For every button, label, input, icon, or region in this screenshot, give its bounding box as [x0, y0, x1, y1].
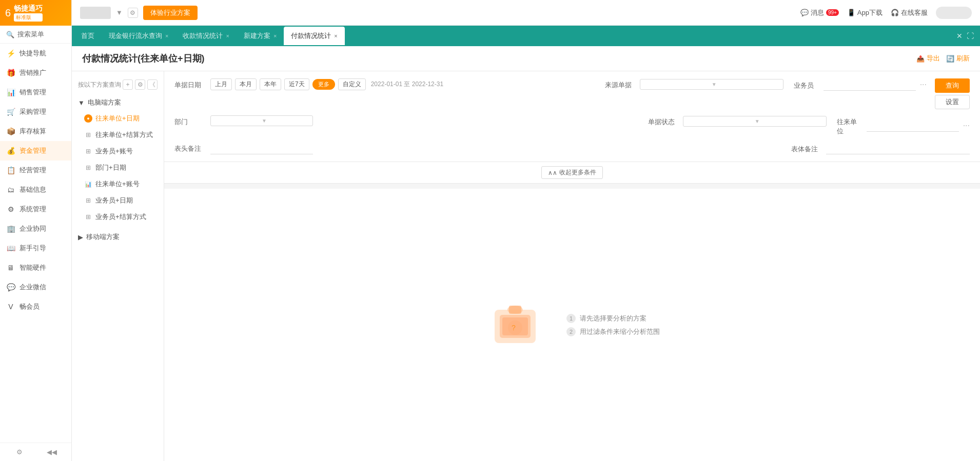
desktop-scheme-label: 电脑端方案	[88, 98, 121, 107]
status-select-arrow: ▼	[755, 118, 822, 124]
sidebar-item-system[interactable]: ⚙ 系统管理	[0, 199, 71, 219]
app-download-action[interactable]: 📱 App下载	[847, 8, 883, 17]
sidebar-item-icon-guide: 📖	[6, 244, 15, 253]
body-note-input[interactable]	[826, 142, 970, 154]
table-scheme-icon-4: ⊞	[84, 196, 92, 205]
page-header: 付款情况统计(往来单位+日期) 📤 导出 🔄 刷新	[72, 46, 980, 71]
scheme-item-dept-date[interactable]: ⊞ 部门+日期	[72, 159, 164, 176]
message-label: 消息	[811, 8, 824, 17]
tab-close-payment-stats[interactable]: ×	[334, 33, 337, 39]
scheme-item-staff-date[interactable]: ⊞ 业务员+日期	[72, 192, 164, 209]
sidebar-item-icon-quick-nav: ⚡	[6, 49, 15, 58]
status-select[interactable]: ▼	[683, 116, 827, 127]
sidebar-item-icon-inventory: 📦	[6, 127, 15, 136]
settings-icon: ⚙	[16, 448, 23, 456]
settings-top-icon[interactable]: ⚙	[128, 8, 138, 18]
scheme-settings-btn[interactable]: ⚙	[135, 79, 145, 90]
sidebar-item-funds[interactable]: 💰 资金管理	[0, 141, 71, 161]
tab-new-scheme[interactable]: 新建方案×	[237, 27, 284, 45]
scheme-item-staff-settle[interactable]: ⊞ 业务员+结算方式	[72, 209, 164, 225]
scheme-item-unit-account[interactable]: 📊 往来单位+账号	[72, 176, 164, 192]
custom-date-btn[interactable]: 自定义	[338, 78, 366, 90]
mobile-scheme-section: ▶ 移动端方案	[72, 227, 164, 247]
tab-payment-stats[interactable]: 付款情况统计×	[284, 27, 344, 45]
dept-select[interactable]: ▼	[210, 115, 313, 126]
sidebar-item-guide[interactable]: 📖 新手引导	[0, 238, 71, 258]
sidebar-item-purchase[interactable]: 🛒 采购管理	[0, 102, 71, 122]
sidebar-item-sales[interactable]: 📊 销售管理	[0, 83, 71, 102]
refresh-btn[interactable]: 🔄 刷新	[946, 54, 970, 63]
export-label: 导出	[927, 54, 940, 63]
scheme-item-unit-settle[interactable]: ⊞ 往来单位+结算方式	[72, 127, 164, 143]
online-service-action[interactable]: 🎧 在线客服	[891, 8, 928, 17]
sidebar-item-basic[interactable]: 🗂 基础信息	[0, 180, 71, 199]
scheme-item-unit-date[interactable]: ● 往来单位+日期	[72, 110, 164, 127]
scheme-label-staff-account: 业务员+账号	[95, 147, 133, 156]
chart-scheme-icon-1: 📊	[84, 180, 92, 188]
query-btn[interactable]: 查询	[935, 78, 970, 93]
settings-footer-btn[interactable]: ⚙	[5, 448, 34, 456]
sidebar-item-icon-purchase: 🛒	[6, 107, 15, 116]
tab-bank-flow[interactable]: 现金银行流水查询×	[102, 27, 175, 45]
message-icon: 💬	[800, 9, 809, 16]
mobile-scheme-toggle[interactable]: ▶ 移动端方案	[72, 229, 164, 245]
tab-close-bank-flow[interactable]: ×	[165, 33, 168, 39]
date-filter-label: 单据日期	[174, 78, 210, 90]
collapse-icon: ◀◀	[47, 448, 57, 456]
sidebar-item-label-system: 系统管理	[19, 205, 46, 214]
empty-tip-2: 2 用过滤条件来缩小分析范围	[566, 327, 660, 336]
staff-filter-dots[interactable]: ···	[920, 80, 927, 89]
last-7days-btn[interactable]: 近7天	[284, 78, 309, 90]
sidebar-search[interactable]: 🔍 搜索菜单	[0, 26, 71, 44]
dept-filter-label: 部门	[174, 115, 210, 127]
staff-filter-input[interactable]	[824, 78, 916, 91]
sidebar-item-enterprise[interactable]: 🏢 企业协同	[0, 219, 71, 238]
sidebar-item-icon-basic: 🗂	[6, 185, 15, 194]
table-scheme-icon-5: ⊞	[84, 213, 92, 221]
sidebar-item-inventory[interactable]: 📦 库存核算	[0, 122, 71, 141]
this-year-btn[interactable]: 本年	[260, 78, 281, 90]
filter-settings-btn[interactable]: 设置	[935, 95, 970, 109]
collapse-footer-btn[interactable]: ◀◀	[38, 448, 67, 456]
more-date-btn[interactable]: 更多	[312, 79, 335, 90]
sidebar-item-member[interactable]: V 畅会员	[0, 297, 71, 316]
tab-receivable[interactable]: 收款情况统计×	[175, 27, 236, 45]
top-bar-right: 💬 消息 99+ 📱 App下载 🎧 在线客服	[800, 7, 972, 19]
message-action[interactable]: 💬 消息 99+	[800, 8, 839, 17]
collapse-panel-btn[interactable]: 《	[147, 79, 158, 90]
sidebar-item-icon-operations: 📋	[6, 166, 15, 175]
this-month-btn[interactable]: 本月	[235, 78, 257, 90]
expand-window-icon[interactable]: ⛶	[967, 32, 974, 40]
sidebar-item-label-enterprise: 企业协同	[19, 224, 46, 233]
scheme-label-dept-date: 部门+日期	[95, 163, 126, 172]
desktop-scheme-section: ▼ 电脑端方案 ● 往来单位+日期 ⊞ 往来单位+结算方式 ⊞ 业务员+账号	[72, 93, 164, 227]
date-filter-content: 上月 本月 本年 近7天 更多 自定义 2022-01-01 至 2022-12…	[210, 78, 605, 90]
tab-close-receivable[interactable]: ×	[226, 33, 229, 39]
try-industry-btn[interactable]: 体验行业方案	[143, 6, 198, 20]
scheme-item-staff-account[interactable]: ⊞ 业务员+账号	[72, 143, 164, 159]
tab-close-new-scheme[interactable]: ×	[273, 33, 277, 39]
user-area[interactable]	[936, 7, 972, 19]
collapse-conditions-btn[interactable]: ∧∧ 收起更多条件	[541, 166, 603, 179]
top-bar-left: ▼ ⚙ 体验行业方案	[80, 6, 198, 20]
sidebar-item-label-member: 畅会员	[19, 302, 40, 311]
header-note-input[interactable]	[210, 142, 313, 154]
sidebar-item-operations[interactable]: 📋 经营管理	[0, 161, 71, 180]
sidebar-item-quick-nav[interactable]: ⚡ 快捷导航	[0, 44, 71, 63]
sidebar-item-wechat[interactable]: 💬 企业微信	[0, 277, 71, 297]
last-month-btn[interactable]: 上月	[210, 78, 232, 90]
tab-bar: 首页现金银行流水查询×收款情况统计×新建方案×付款情况统计× ✕ ⛶	[72, 26, 980, 46]
table-scheme-icon-2: ⊞	[84, 147, 92, 155]
dropdown-icon[interactable]: ▼	[116, 9, 123, 16]
sidebar-item-marketing[interactable]: 🎁 营销推广	[0, 63, 71, 83]
sidebar-item-hardware[interactable]: 🖥 智能硬件	[0, 258, 71, 277]
unit-filter-dots[interactable]: ···	[963, 121, 970, 130]
dept-select-arrow: ▼	[262, 118, 308, 124]
export-btn[interactable]: 📤 导出	[916, 54, 940, 63]
tab-home[interactable]: 首页	[74, 27, 102, 45]
source-select[interactable]: ▼	[640, 79, 783, 90]
unit-filter-input[interactable]	[867, 119, 959, 132]
close-window-icon[interactable]: ✕	[956, 32, 963, 40]
add-scheme-btn[interactable]: +	[123, 79, 133, 90]
desktop-scheme-toggle[interactable]: ▼ 电脑端方案	[72, 95, 164, 110]
